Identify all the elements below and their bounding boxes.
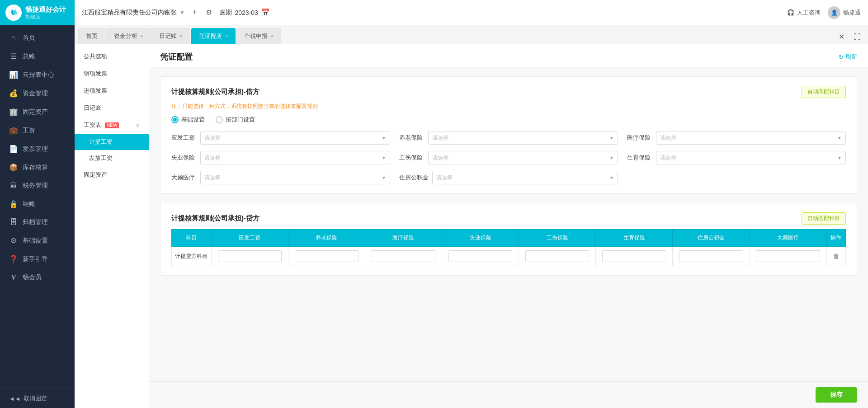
sidebar-item-invoice[interactable]: 📄 发票管理 [0,140,75,158]
th-养老保险: 养老保险 [288,230,365,247]
credit-auto-match-button[interactable]: 自动匹配科目 [802,212,846,225]
app-logo: 畅 畅捷通好会计 旗舰版 [0,0,75,25]
sidebar-item-salary[interactable]: 💼 工资 [0,121,75,140]
maximize-button[interactable]: ⛶ [851,30,863,44]
select-大额医疗[interactable]: 请选择 ▼ [200,171,390,184]
select-医疗保险[interactable]: 请选择 ▼ [656,131,846,145]
left-menu-pay-salary[interactable]: 发放工资 [75,150,149,166]
add-tab-button[interactable]: + [190,6,199,19]
input-大额医疗[interactable] [756,250,820,262]
field-医疗保险: 医疗保险 请选择 ▼ [627,131,846,145]
select-生育保险[interactable]: 请选择 ▼ [656,151,846,164]
select-失业保险-placeholder: 请选择 [204,154,221,162]
sidebar-nav: ⌂ 首页 ☰ 总账 📊 云报表中心 💰 资金管理 🏢 固定资产 💼 工资 📄 发… [0,25,75,389]
left-menu-salary-table[interactable]: 工资表 NEW ∨ [75,117,149,134]
sidebar-item-tax[interactable]: 🏛 税务管理 [0,177,75,195]
radio-group: 基础设置 按部门设置 [171,116,846,124]
user-menu[interactable]: 👤 畅捷通 [828,6,861,19]
td-应发工资-input[interactable] [211,247,288,266]
delete-row-icon[interactable]: 🗑 [833,253,839,260]
sidebar-item-settings[interactable]: ⚙ 基础设置 [0,231,75,250]
input-工伤保险[interactable] [525,250,589,262]
sidebar-item-label: 总账 [23,52,35,61]
label-应发工资: 应发工资 [171,134,197,142]
debit-section-title: 计提核算规则(公司承担)-借方 自动匹配科目 [171,86,846,98]
select-工伤保险-placeholder: 请选择 [432,154,448,162]
sidebar-item-inventory[interactable]: 📦 库存核算 [0,158,75,177]
debit-auto-match-button[interactable]: 自动匹配科目 [802,86,846,98]
tab-tax[interactable]: 个税申报 × [236,28,281,44]
left-menu-purchase[interactable]: 进项发票 [75,82,149,99]
settings-button[interactable]: ⚙ [204,6,214,19]
sidebar-item-label: 结账 [23,200,35,208]
td-失业保险-input[interactable] [442,247,519,266]
sidebar-item-fund[interactable]: 💰 资金管理 [0,84,75,103]
left-menu-sales[interactable]: 销项发票 [75,65,149,82]
input-住房公积金[interactable] [679,250,743,262]
cancel-pin-button[interactable]: ◄◄ 取消固定 [0,389,75,408]
sidebar-item-archive[interactable]: 🗄 归档管理 [0,213,75,231]
left-panel: 公共选项 销项发票 进项发票 日记账 工资表 NEW ∨ 计提工资 [75,44,149,408]
label-大额医疗: 大额医疗 [171,174,197,182]
field-生育保险: 生育保险 请选择 ▼ [627,151,846,164]
td-生育保险-input[interactable] [596,247,673,266]
avatar: 👤 [828,6,840,19]
select-养老保险[interactable]: 请选择 ▼ [428,131,618,145]
new-badge: NEW [105,122,119,128]
input-养老保险[interactable] [295,250,359,262]
input-失业保险[interactable] [448,250,512,262]
tab-voucher-close[interactable]: × [225,33,228,39]
tab-home[interactable]: 首页 [78,28,105,44]
td-工伤保险-input[interactable] [519,247,596,266]
sidebar-item-home[interactable]: ⌂ 首页 [0,29,75,47]
tab-fund-close[interactable]: × [140,33,143,39]
select-医疗保险-placeholder: 请选择 [660,134,676,142]
tab-journal-close[interactable]: × [179,33,182,39]
company-selector[interactable]: 江西服宝精品有限责任公司内账张 ▼ [82,9,185,17]
select-应发工资[interactable]: 请选择 ▼ [200,131,390,145]
company-name: 江西服宝精品有限责任公司内账张 [82,9,177,17]
table-row: 计提贷方科目 🗑 [172,247,846,266]
close-tab-button[interactable]: ✕ [836,30,847,44]
td-delete[interactable]: 🗑 [826,247,845,266]
select-住房公积金[interactable]: 请选择 ▼ [432,171,618,184]
input-生育保险[interactable] [602,250,666,262]
left-menu-calc-salary[interactable]: 计提工资 [75,134,149,150]
input-应发工资[interactable] [218,250,282,262]
input-医疗保险[interactable] [372,250,435,262]
refresh-button[interactable]: ↻ 刷新 [839,53,857,61]
sidebar-item-report[interactable]: 📊 云报表中心 [0,66,75,84]
refresh-label: 刷新 [845,53,857,61]
sidebar-item-ledger[interactable]: ☰ 总账 [0,47,75,66]
select-应发工资-placeholder: 请选择 [204,134,221,142]
left-menu-journal[interactable]: 日记账 [75,99,149,117]
tab-fund[interactable]: 资金分析 × [106,28,151,44]
td-养老保险-input[interactable] [288,247,365,266]
td-大额医疗-input[interactable] [750,247,826,266]
tab-voucher[interactable]: 凭证配置 × [191,28,236,44]
select-工伤保险[interactable]: 请选择 ▼ [428,151,618,164]
tab-fund-label: 资金分析 [114,32,137,40]
service-button[interactable]: 🎧 人工咨询 [787,9,821,17]
sidebar-item-close[interactable]: 🔒 结账 [0,195,75,213]
radio-dept[interactable]: 按部门设置 [216,116,255,124]
left-menu-fixed-asset[interactable]: 固定资产 [75,166,149,183]
select-失业保险[interactable]: 请选择 ▼ [200,151,390,164]
sidebar-item-member[interactable]: V 畅会员 [0,268,75,286]
left-menu-public[interactable]: 公共选项 [75,48,149,65]
calendar-icon[interactable]: 📅 [261,8,270,17]
tab-tax-close[interactable]: × [270,33,273,39]
service-label: 人工咨询 [797,9,821,17]
radio-basic[interactable]: 基础设置 [171,116,205,124]
sidebar-item-label: 资金管理 [23,89,48,98]
sidebar-item-fixed-asset[interactable]: 🏢 固定资产 [0,103,75,121]
topbar-right: 🎧 人工咨询 👤 畅捷通 [787,6,861,19]
td-row-label: 计提贷方科目 [172,247,212,266]
sidebar-item-label: 工资 [23,127,35,135]
save-button[interactable]: 保存 [816,387,857,403]
td-医疗保险-input[interactable] [365,247,442,266]
credit-table-header-row: 科目 应发工资 养老保险 医疗保险 失业保险 工伤保险 生育保险 住房公积金 大… [172,230,846,247]
td-住房公积金-input[interactable] [673,247,750,266]
tab-journal[interactable]: 日记账 × [151,28,190,44]
sidebar-item-guide[interactable]: ❓ 新手引导 [0,250,75,268]
